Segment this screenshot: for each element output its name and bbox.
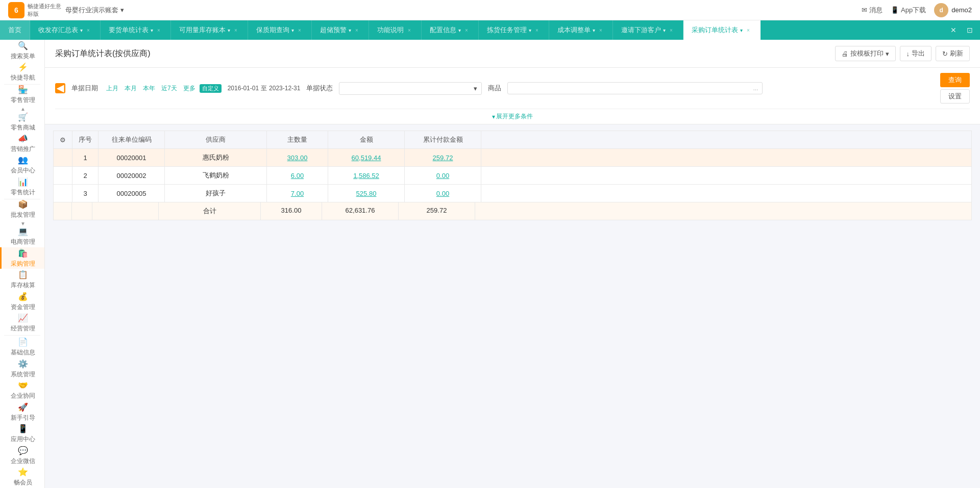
goods-input[interactable]: ...	[507, 82, 763, 94]
sidebar-item-newbie[interactable]: 🚀 新手引导	[0, 401, 44, 423]
sidebar-item-marketing[interactable]: 📣 营销推广	[0, 133, 44, 154]
close-icon[interactable]: ×	[668, 27, 675, 34]
settings-button[interactable]: 设置	[940, 89, 970, 104]
tab-label: 拣货任务管理	[487, 25, 527, 35]
amount-link[interactable]: 525.80	[356, 190, 377, 197]
nav-end-buttons: ✕ ⊡	[947, 24, 980, 36]
tab-invite-customer[interactable]: 邀请下游客户 ▾ ×	[613, 20, 683, 40]
cell-paid: 259.72	[405, 149, 481, 167]
tab-dropdown-icon: ▾	[529, 28, 531, 33]
tab-label: 超储预警	[320, 25, 347, 35]
sidebar-item-enterprise-wx[interactable]: 💬 企业微信	[0, 445, 44, 466]
paid-link[interactable]: 0.00	[436, 190, 449, 197]
amount-link[interactable]: 1,586.52	[353, 172, 379, 179]
tab-label: 配置信息	[430, 25, 456, 35]
close-tab-btn[interactable]: ✕	[947, 24, 960, 36]
paid-link[interactable]: 0.00	[436, 172, 449, 179]
status-select[interactable]: ▾	[339, 82, 482, 95]
tab-func-desc[interactable]: 功能说明 ×	[369, 20, 422, 40]
footer-paid: 259.72	[399, 202, 475, 220]
cell-qty: 303.00	[267, 149, 328, 167]
collapse-filter-button[interactable]: ◀	[55, 83, 65, 93]
tab-dropdown-icon: ▾	[80, 28, 83, 33]
close-icon[interactable]: ×	[597, 27, 604, 34]
sidebar-item-wholesale[interactable]: 📦 批发管理 ▼	[0, 200, 44, 226]
sidebar-item-retail[interactable]: 🏪 零售管理 ▲	[0, 86, 44, 111]
close-icon[interactable]: ×	[155, 27, 162, 34]
tab-label: 邀请下游客户	[621, 25, 661, 35]
paid-link[interactable]: 259.72	[433, 154, 453, 162]
table-row[interactable]: 3 00020005 好孩子 7.00 525.80 0.00	[54, 185, 972, 202]
qty-link[interactable]: 303.00	[287, 154, 308, 162]
close-icon[interactable]: ×	[353, 27, 360, 34]
sidebar-item-search[interactable]: 🔍 搜索英单	[0, 40, 44, 61]
avatar: d	[934, 3, 948, 17]
marketing-icon: 📣	[18, 134, 28, 143]
sidebar-item-ecommerce[interactable]: 💻 电商管理	[0, 226, 44, 247]
this-year-btn[interactable]: 本年	[141, 83, 157, 94]
tab-over-stock[interactable]: 超储预警 ▾ ×	[312, 20, 369, 40]
cell-no: 1	[72, 149, 99, 167]
qty-link[interactable]: 7.00	[291, 190, 304, 197]
table-row[interactable]: 1 00020001 惠氏奶粉 303.00 60,519.44 259.72	[54, 149, 972, 167]
tab-home[interactable]: 首页	[0, 20, 30, 40]
tab-pick-task[interactable]: 拣货任务管理 ▾ ×	[479, 20, 549, 40]
close-icon[interactable]: ×	[85, 27, 92, 34]
sidebar-item-retail-mall[interactable]: 🛒 零售商城	[0, 111, 44, 133]
tab-config-info[interactable]: 配置信息 ▾ ×	[422, 20, 479, 40]
close-icon[interactable]: ×	[463, 27, 470, 34]
nav-tabs: 首页 收发存汇总表 ▾ × 要货单统计表 ▾ × 可用量库存账本 ▾ × 保质期…	[0, 20, 980, 40]
table-settings-icon[interactable]: ⚙	[60, 136, 66, 144]
sidebar-item-basic[interactable]: 📄 基础信息	[0, 337, 44, 358]
close-icon[interactable]: ×	[232, 27, 239, 34]
export-button[interactable]: ↓ 导出	[900, 46, 932, 61]
tab-receive-summary[interactable]: 收发存汇总表 ▾ ×	[30, 20, 101, 40]
sidebar-item-member[interactable]: 👥 会员中心	[0, 155, 44, 176]
tab-dropdown-icon: ▾	[228, 28, 230, 33]
account-selector[interactable]: 母婴行业演示账套 ▾	[65, 6, 124, 15]
sidebar-item-system[interactable]: ⚙️ 系统管理	[0, 358, 44, 379]
sidebar-item-member2[interactable]: ⭐ 畅会员	[0, 467, 44, 488]
enterprise-wx-icon: 💬	[18, 446, 28, 455]
qty-link[interactable]: 6.00	[291, 172, 304, 179]
maximize-btn[interactable]: ⊡	[964, 24, 976, 36]
tab-purchase-stats[interactable]: 采购订单统计表 ▾ ×	[683, 20, 761, 40]
logo-version: 标版	[28, 10, 61, 17]
table-row[interactable]: 2 00020002 飞鹤奶粉 6.00 1,586.52 0.00	[54, 167, 972, 185]
query-button[interactable]: 查询	[940, 73, 970, 87]
close-icon[interactable]: ×	[296, 27, 303, 34]
this-month-btn[interactable]: 本月	[122, 83, 139, 94]
th-settings: ⚙	[54, 131, 72, 149]
app-download-action[interactable]: 📱 App下载	[891, 6, 926, 15]
close-icon[interactable]: ×	[406, 27, 413, 34]
tab-available-stock[interactable]: 可用量库存账本 ▾ ×	[171, 20, 248, 40]
th-supplier: 供应商	[165, 131, 267, 149]
tab-shelf-life[interactable]: 保质期查询 ▾ ×	[248, 20, 312, 40]
sidebar-item-retail-stats[interactable]: 📊 零售统计	[0, 176, 44, 197]
sidebar-item-operation[interactable]: 📈 经营管理	[0, 312, 44, 333]
print-template-button[interactable]: 🖨 按模板打印 ▾	[835, 46, 896, 61]
last-7days-btn[interactable]: 近7天	[159, 83, 179, 94]
sidebar-item-shortcut[interactable]: ⚡ 快捷导航	[0, 61, 44, 83]
message-action[interactable]: ✉ 消息	[862, 6, 883, 15]
sidebar-item-app-center[interactable]: 📱 应用中心	[0, 423, 44, 445]
sidebar-item-finance[interactable]: 💰 资金管理	[0, 291, 44, 312]
table-footer: 合计 316.00 62,631.76 259.72	[53, 202, 972, 220]
expand-more-button[interactable]: ▾ 展开更多条件	[492, 112, 533, 121]
date-filter-label: 单据日期	[71, 84, 98, 93]
sidebar-item-enterprise[interactable]: 🤝 企业协同	[0, 380, 44, 401]
amount-link[interactable]: 60,519.44	[352, 154, 381, 162]
more-dates-btn[interactable]: 更多	[181, 83, 198, 94]
last-month-btn[interactable]: 上月	[104, 83, 120, 94]
tab-cost-adjust[interactable]: 成本调整单 ▾ ×	[549, 20, 613, 40]
sidebar-item-purchase[interactable]: 🛍️ 采购管理	[0, 247, 44, 269]
close-icon[interactable]: ×	[745, 27, 752, 34]
user-area[interactable]: d demo2	[934, 3, 972, 17]
cell-check	[54, 185, 72, 202]
tab-order-stats[interactable]: 要货单统计表 ▾ ×	[101, 20, 171, 40]
sidebar-item-inventory[interactable]: 📋 库存核算	[0, 269, 44, 290]
footer-check	[54, 202, 72, 220]
close-icon[interactable]: ×	[533, 27, 541, 34]
refresh-button[interactable]: ↻ 刷新	[936, 46, 970, 61]
stats-icon: 📊	[18, 177, 28, 187]
